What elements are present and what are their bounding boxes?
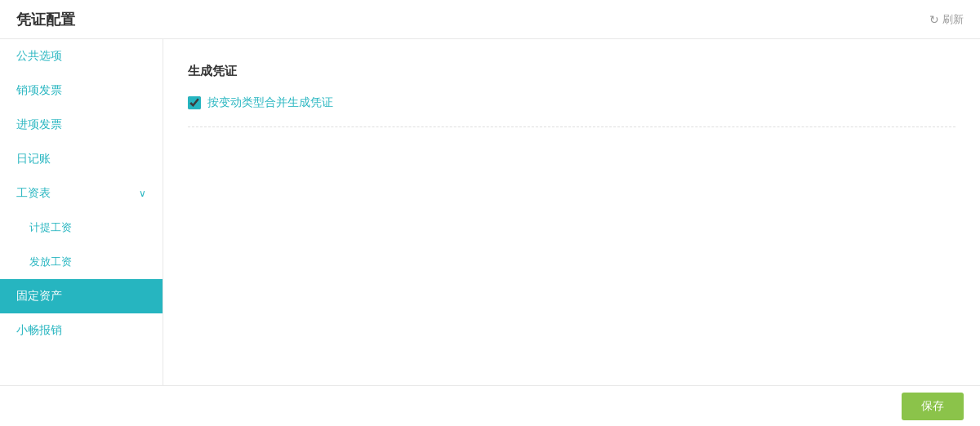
sidebar-item-fixed-assets[interactable]: 固定资产 xyxy=(0,279,163,313)
sidebar-item-label: 工资表 xyxy=(16,186,51,201)
content-area: 生成凭证 按变动类型合并生成凭证 xyxy=(163,39,980,385)
merge-by-type-checkbox[interactable] xyxy=(188,96,201,109)
sidebar-item-label: 固定资产 xyxy=(16,289,62,304)
merge-by-type-label[interactable]: 按变动类型合并生成凭证 xyxy=(207,95,333,110)
sidebar-item-label: 日记账 xyxy=(16,152,51,166)
refresh-button[interactable]: ↻ 刷新 xyxy=(929,12,964,27)
sidebar: 公共选项 销项发票 进项发票 日记账 工资表 ∨ 计提工资 发放工资 固定资产 … xyxy=(0,39,163,385)
sidebar-item-label: 进项发票 xyxy=(16,118,62,132)
page-footer: 保存 xyxy=(0,385,980,426)
sidebar-item-payroll-pay[interactable]: 发放工资 xyxy=(0,245,163,279)
sidebar-item-expense-claim[interactable]: 小畅报销 xyxy=(0,313,163,348)
sidebar-item-label: 发放工资 xyxy=(29,255,72,269)
sidebar-item-sales-invoice[interactable]: 销项发票 xyxy=(0,73,163,108)
sidebar-item-payroll-calc[interactable]: 计提工资 xyxy=(0,211,163,245)
sidebar-item-payroll-table[interactable]: 工资表 ∨ xyxy=(0,176,163,211)
page-title: 凭证配置 xyxy=(16,10,75,29)
sidebar-item-public-options[interactable]: 公共选项 xyxy=(0,39,163,73)
chevron-down-icon: ∨ xyxy=(139,188,146,199)
page-header: 凭证配置 ↻ 刷新 xyxy=(0,0,980,39)
sidebar-item-label: 销项发票 xyxy=(16,83,62,98)
section-divider xyxy=(188,126,956,127)
main-content: 公共选项 销项发票 进项发票 日记账 工资表 ∨ 计提工资 发放工资 固定资产 … xyxy=(0,39,980,385)
save-button[interactable]: 保存 xyxy=(902,393,964,420)
sidebar-item-journal[interactable]: 日记账 xyxy=(0,142,163,176)
refresh-label: 刷新 xyxy=(942,12,964,27)
sidebar-item-label: 小畅报销 xyxy=(16,323,62,338)
section-title: 生成凭证 xyxy=(188,64,956,79)
checkbox-row: 按变动类型合并生成凭证 xyxy=(188,95,956,110)
sidebar-item-label: 公共选项 xyxy=(16,49,62,64)
sidebar-item-purchase-invoice[interactable]: 进项发票 xyxy=(0,108,163,142)
sidebar-item-label: 计提工资 xyxy=(29,220,72,235)
refresh-icon: ↻ xyxy=(929,13,939,26)
